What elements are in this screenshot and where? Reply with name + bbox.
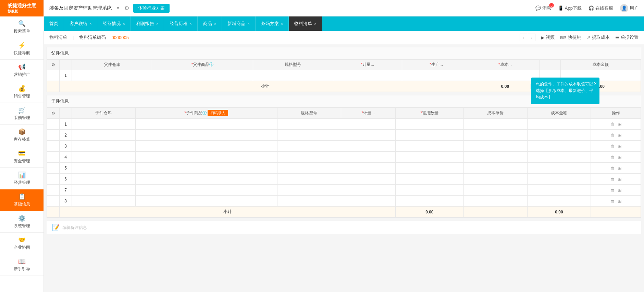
ctr-measure-8[interactable]: [341, 196, 395, 207]
ctr-warehouse-2[interactable]: [72, 130, 136, 141]
view-btn[interactable]: ▶ 视频: [541, 34, 555, 40]
ctr-product-6[interactable]: [135, 174, 277, 185]
ctr-qty-1[interactable]: [395, 119, 463, 130]
ctr-qty-2[interactable]: [395, 130, 463, 141]
nav-tab-8[interactable]: 物料清单 ×: [289, 16, 322, 31]
single-settings-btn[interactable]: ☰ 单据设置: [615, 34, 639, 40]
ctr-measure-6[interactable]: [341, 174, 395, 185]
ctr-product-4[interactable]: [135, 152, 277, 163]
ctr-warehouse-5[interactable]: [72, 163, 136, 174]
copy-icon-1[interactable]: ⊞: [618, 121, 622, 127]
copy-icon-4[interactable]: ⊞: [618, 154, 622, 160]
td-measure[interactable]: [333, 70, 402, 81]
td-spec[interactable]: [253, 70, 333, 81]
sidebar-item-basic-info[interactable]: 📋基础信息: [0, 189, 44, 211]
tab-close-6[interactable]: ×: [247, 22, 249, 26]
ctr-unit-cost-4[interactable]: [463, 152, 527, 163]
online-support-btn[interactable]: 🎧 在线客服: [589, 5, 613, 11]
sidebar-item-marketing[interactable]: 📢营销推广: [0, 60, 44, 81]
extract-cost-btn[interactable]: ↗ 提取成本: [587, 34, 610, 40]
ctr-unit-cost-7[interactable]: [463, 185, 527, 196]
delete-icon-5[interactable]: 🗑: [610, 165, 615, 171]
ctr-spec-3[interactable]: [277, 141, 341, 152]
settings-icon[interactable]: ⚙: [124, 5, 129, 11]
delete-icon-8[interactable]: 🗑: [610, 198, 615, 204]
ctr-unit-cost-3[interactable]: [463, 141, 527, 152]
tab-close-8[interactable]: ×: [314, 22, 316, 26]
nav-tab-2[interactable]: 经营情况 ×: [97, 16, 131, 31]
ctr-spec-2[interactable]: [277, 130, 341, 141]
ctr-warehouse-6[interactable]: [72, 174, 136, 185]
trial-btn[interactable]: 体验行业方案: [133, 4, 170, 13]
sidebar-item-sales[interactable]: 💰销售管理: [0, 81, 44, 103]
dropdown-icon[interactable]: ▼: [116, 5, 120, 11]
sidebar-item-enterprise[interactable]: 🤝企业协同: [0, 233, 44, 254]
ctr-warehouse-3[interactable]: [72, 141, 136, 152]
tab-close-4[interactable]: ×: [189, 22, 191, 26]
sidebar-item-finance[interactable]: 💳资金管理: [0, 146, 44, 168]
copy-icon-3[interactable]: ⊞: [618, 143, 622, 149]
ctr-measure-2[interactable]: [341, 130, 395, 141]
prev-btn[interactable]: ‹: [520, 34, 527, 41]
ctr-product-8[interactable]: [135, 196, 277, 207]
note-hint[interactable]: 编辑备注信息: [62, 225, 87, 231]
tab-close-1[interactable]: ×: [89, 22, 91, 26]
ctr-spec-7[interactable]: [277, 185, 341, 196]
delete-icon-7[interactable]: 🗑: [610, 187, 615, 193]
ctr-unit-cost-5[interactable]: [463, 163, 527, 174]
ctr-spec-1[interactable]: [277, 119, 341, 130]
ctr-warehouse-7[interactable]: [72, 185, 136, 196]
ctr-spec-4[interactable]: [277, 152, 341, 163]
shortcut-btn[interactable]: ⌨ 快捷键: [560, 34, 581, 40]
copy-icon-2[interactable]: ⊞: [618, 132, 622, 138]
copy-icon-8[interactable]: ⊞: [618, 198, 622, 204]
ctr-qty-7[interactable]: [395, 185, 463, 196]
ctr-measure-4[interactable]: [341, 152, 395, 163]
ctr-qty-3[interactable]: [395, 141, 463, 152]
ctr-unit-cost-1[interactable]: [463, 119, 527, 130]
user-btn[interactable]: 👤 用户: [620, 4, 639, 12]
copy-icon-6[interactable]: ⊞: [618, 176, 622, 182]
next-btn[interactable]: ›: [528, 34, 535, 41]
nav-tab-4[interactable]: 经营历程 ×: [164, 16, 197, 31]
ctr-unit-cost-8[interactable]: [463, 196, 527, 207]
sidebar-item-search[interactable]: 🔍搜索菜单: [0, 16, 44, 38]
tab-close-7[interactable]: ×: [281, 22, 283, 26]
ctr-spec-6[interactable]: [277, 174, 341, 185]
app-download-btn[interactable]: 📱 App下载: [558, 5, 582, 11]
ctr-spec-8[interactable]: [277, 196, 341, 207]
nav-tab-3[interactable]: 利润报告 ×: [131, 16, 164, 31]
copy-icon-7[interactable]: ⊞: [618, 187, 622, 193]
nav-tab-5[interactable]: 商品 ×: [198, 16, 222, 31]
delete-icon-1[interactable]: 🗑: [610, 121, 615, 127]
nav-tab-0[interactable]: 首页: [44, 16, 64, 31]
ctr-measure-3[interactable]: [341, 141, 395, 152]
delete-icon-3[interactable]: 🗑: [610, 143, 615, 149]
ctr-qty-4[interactable]: [395, 152, 463, 163]
delete-icon-2[interactable]: 🗑: [610, 132, 615, 138]
tooltip-close-btn[interactable]: ×: [594, 80, 597, 87]
ctr-warehouse-1[interactable]: [72, 119, 136, 130]
ctr-measure-5[interactable]: [341, 163, 395, 174]
message-btn[interactable]: 💬 消息 6: [535, 5, 551, 11]
ctr-product-1[interactable]: [135, 119, 277, 130]
nav-tab-1[interactable]: 客户联络 ×: [64, 16, 97, 31]
delete-icon-4[interactable]: 🗑: [610, 154, 615, 160]
tab-close-2[interactable]: ×: [123, 22, 125, 26]
ctr-measure-7[interactable]: [341, 185, 395, 196]
tab-close-3[interactable]: ×: [156, 22, 158, 26]
nav-tab-7[interactable]: 条码方案 ×: [256, 16, 289, 31]
sidebar-item-purchase[interactable]: 🛒采购管理: [0, 103, 44, 125]
td-production[interactable]: [402, 70, 471, 81]
ctr-product-7[interactable]: [135, 185, 277, 196]
sidebar-item-inventory[interactable]: 📦库存核算: [0, 125, 44, 146]
ctr-product-2[interactable]: [135, 130, 277, 141]
delete-icon-6[interactable]: 🗑: [610, 176, 615, 182]
sidebar-item-quick-nav[interactable]: ⚡快捷导航: [0, 38, 44, 60]
tab-close-5[interactable]: ×: [214, 22, 216, 26]
ctr-unit-cost-2[interactable]: [463, 130, 527, 141]
ctr-product-3[interactable]: [135, 141, 277, 152]
ctr-qty-8[interactable]: [395, 196, 463, 207]
sidebar-item-system[interactable]: ⚙️系统管理: [0, 211, 44, 233]
td-parent-product[interactable]: [152, 70, 253, 81]
